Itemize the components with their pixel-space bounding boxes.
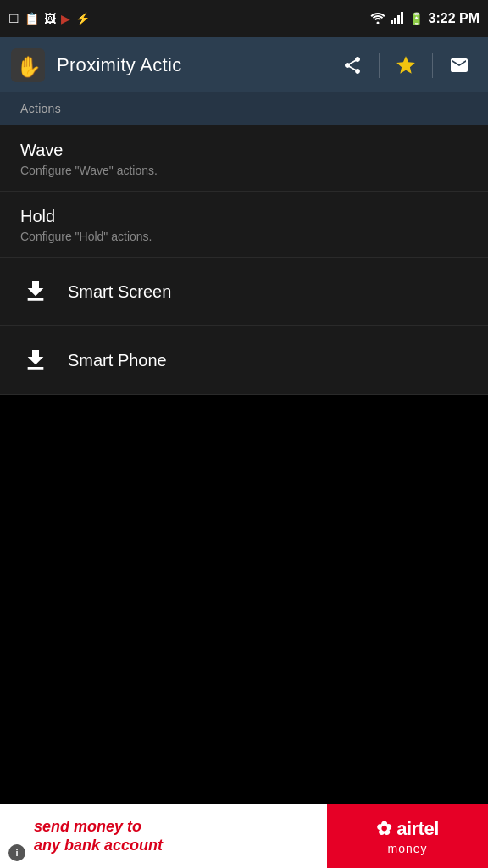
- status-bar: ☐ 📋 🖼 ▶ ⚡ 🔋 3:22 PM: [0, 0, 488, 37]
- ad-right-section: ✿ airtel money: [327, 804, 488, 868]
- download-icon-smart-phone: [20, 345, 51, 376]
- svg-text:✋: ✋: [16, 54, 42, 79]
- ad-left-section: i send money to any bank account: [0, 804, 327, 868]
- download-item-smart-screen[interactable]: Smart Screen: [0, 258, 488, 326]
- svg-rect-2: [394, 18, 396, 24]
- app-logo-icon: ✋: [8, 46, 47, 84]
- list-item-wave[interactable]: Wave Configure "Wave" actions.: [0, 125, 488, 192]
- ad-text-line1: send money to: [34, 818, 317, 837]
- divider-2: [432, 53, 433, 78]
- status-bar-right-icons: 🔋 3:22 PM: [370, 11, 480, 26]
- app-bar: ✋ Proximity Actic: [0, 37, 488, 92]
- app-bar-title: Proximity Actic: [57, 54, 332, 76]
- battery-charging-icon: 🔋: [409, 12, 424, 25]
- list-item-hold-subtitle: Configure "Hold" actions.: [20, 230, 468, 243]
- list-item-hold-title: Hold: [20, 207, 468, 226]
- divider-1: [379, 53, 380, 78]
- share-button[interactable]: [332, 45, 373, 86]
- airtel-symbol: ✿: [376, 818, 391, 840]
- signal-icon: [391, 12, 404, 26]
- app-bar-actions: [332, 45, 480, 86]
- ad-banner[interactable]: i send money to any bank account ✿ airte…: [0, 804, 488, 868]
- download-item-smart-screen-label: Smart Screen: [68, 282, 171, 302]
- svg-rect-3: [397, 15, 400, 24]
- status-time: 3:22 PM: [429, 11, 480, 26]
- lightning-icon: ⚡: [75, 12, 90, 25]
- svg-rect-4: [401, 12, 403, 24]
- clipboard-icon: 📋: [25, 12, 39, 25]
- download-item-smart-phone-label: Smart Phone: [68, 351, 167, 370]
- list-item-wave-subtitle: Configure "Wave" actions.: [20, 164, 468, 177]
- status-bar-left-icons: ☐ 📋 🖼 ▶ ⚡: [8, 12, 90, 25]
- favorite-button[interactable]: [385, 45, 426, 86]
- ad-info-icon: i: [8, 844, 25, 861]
- airtel-logo: ✿ airtel: [376, 818, 439, 840]
- screen-icon: ☐: [8, 12, 19, 25]
- download-icon-smart-screen: [20, 276, 51, 307]
- airtel-money-label: money: [387, 842, 427, 855]
- list-item-hold[interactable]: Hold Configure "Hold" actions.: [0, 192, 488, 258]
- section-header-label: Actions: [20, 102, 61, 115]
- email-button[interactable]: [439, 45, 480, 86]
- download-item-smart-phone[interactable]: Smart Phone: [0, 326, 488, 395]
- image-icon: 🖼: [44, 12, 56, 25]
- svg-rect-1: [391, 20, 393, 24]
- wifi-icon: [370, 12, 385, 26]
- section-header: Actions: [0, 92, 488, 125]
- svg-point-0: [376, 21, 379, 24]
- video-icon: ▶: [61, 12, 70, 25]
- airtel-brand-name: airtel: [396, 818, 439, 840]
- ad-text-line2: any bank account: [34, 837, 317, 855]
- list-item-wave-title: Wave: [20, 141, 468, 160]
